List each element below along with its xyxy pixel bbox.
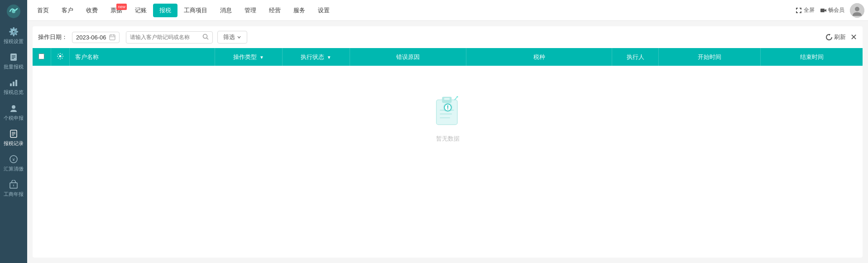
- toolbar-right: 刷新 ✕: [826, 33, 857, 41]
- empty-state-cell: 暂无数据: [33, 66, 863, 170]
- empty-text: 暂无数据: [436, 135, 460, 143]
- svg-rect-8: [15, 80, 17, 86]
- svg-rect-30: [444, 98, 450, 100]
- date-value: 2023-06-06: [76, 34, 106, 41]
- sidebar-item-label: 报税记录: [4, 141, 24, 146]
- nav-items: 首页 客户 收费 票据 new 记账 报税 工商项目 消息: [31, 0, 796, 21]
- search-icon: [202, 34, 209, 40]
- th-caozuo-leixing: 操作类型 ▼: [215, 48, 283, 66]
- th-kehu-mingcheng: 客户名称: [69, 48, 215, 66]
- svg-point-20: [855, 7, 859, 11]
- nav-item-gongshang-xiangmu[interactable]: 工商项目: [177, 0, 214, 21]
- filter-button[interactable]: 筛选: [217, 31, 247, 44]
- nav-item-piaoju[interactable]: 票据 new: [104, 0, 129, 21]
- main-area: 首页 客户 收费 票据 new 记账 报税 工商项目 消息: [27, 0, 868, 263]
- th-gear: [51, 48, 69, 66]
- calendar-icon: [109, 34, 115, 40]
- fullscreen-icon: [796, 7, 802, 14]
- svg-point-37: [447, 108, 448, 109]
- svg-rect-29: [442, 97, 451, 102]
- sort-icon: ▼: [259, 55, 264, 60]
- nav-item-kehu[interactable]: 客户: [55, 0, 80, 21]
- empty-illustration: [430, 93, 466, 129]
- svg-point-9: [12, 105, 15, 109]
- svg-point-1: [12, 10, 15, 13]
- toolbar: 操作日期： 2023-06-06: [33, 26, 863, 48]
- member-button[interactable]: 畅会员: [820, 6, 844, 14]
- sidebar-item-label: 报税设置: [4, 39, 24, 44]
- th-kaishi-shijian: 开始时间: [659, 48, 761, 66]
- svg-text:¥: ¥: [12, 157, 15, 162]
- svg-rect-6: [10, 83, 12, 86]
- th-jieshu-shijian: 结束时间: [761, 48, 863, 66]
- sidebar-item-baoshui-shezhi[interactable]: ⚙️ 报税设置: [0, 23, 27, 48]
- baoshui-shezhi-icon: ⚙️: [8, 26, 19, 37]
- refresh-button[interactable]: 刷新: [826, 33, 846, 41]
- sidebar-item-label: 报税总览: [4, 89, 24, 95]
- table-body: 暂无数据: [33, 66, 863, 170]
- select-all-checkbox[interactable]: [38, 54, 44, 59]
- app-logo: [0, 0, 27, 23]
- refresh-icon: [826, 34, 832, 40]
- video-icon: [820, 7, 826, 14]
- nav-item-baoshui[interactable]: 报税: [153, 4, 177, 17]
- sort-icon: ▼: [327, 55, 331, 60]
- top-navigation: 首页 客户 收费 票据 new 记账 报税 工商项目 消息: [27, 0, 868, 21]
- chevron-down-icon: [237, 35, 241, 39]
- nav-item-shoufei[interactable]: 收费: [80, 0, 104, 21]
- sidebar-item-gongshang-nianbao[interactable]: 工商年报: [0, 175, 27, 201]
- th-cuowu-yuanyin: 错误原因: [350, 48, 466, 66]
- sidebar-item-huisuan-jiaona[interactable]: ¥ 汇算清缴: [0, 150, 27, 175]
- close-button[interactable]: ✕: [850, 33, 857, 41]
- sidebar-item-baoshui-zonlan[interactable]: 报税总览: [0, 73, 27, 99]
- sidebar: ⚙️ 报税设置 批量报税 报税总览: [0, 0, 27, 263]
- page-content: 操作日期： 2023-06-06: [27, 21, 868, 263]
- svg-point-25: [203, 34, 207, 38]
- fullscreen-button[interactable]: 全屏: [796, 6, 815, 14]
- nav-item-xiaoxi[interactable]: 消息: [214, 0, 238, 21]
- topnav-right: 全屏 畅会员: [796, 3, 864, 18]
- avatar[interactable]: [850, 3, 864, 18]
- gongshang-nianbao-icon: [8, 179, 19, 190]
- data-table: 客户名称 操作类型 ▼ 执行状态 ▼ 错误原因: [33, 48, 863, 170]
- svg-rect-21: [110, 35, 115, 40]
- sidebar-item-label: 工商年报: [4, 191, 24, 197]
- data-table-container: 客户名称 操作类型 ▼ 执行状态 ▼ 错误原因: [33, 48, 863, 258]
- search-input[interactable]: [126, 32, 199, 42]
- geshui-shenbao-icon: [8, 103, 19, 114]
- nav-item-shezhi[interactable]: 设置: [312, 0, 336, 21]
- search-button[interactable]: [199, 32, 212, 43]
- baoshui-jilu-icon: [8, 128, 19, 139]
- sidebar-item-geshui-shenbao[interactable]: 个税申报: [0, 99, 27, 125]
- new-badge: new: [116, 4, 127, 10]
- empty-state-row: 暂无数据: [33, 66, 863, 170]
- sidebar-item-label: 汇算清缴: [4, 166, 24, 172]
- nav-item-jingying[interactable]: 经营: [263, 0, 287, 21]
- th-zhixing-zhuangtai: 执行状态 ▼: [283, 48, 350, 66]
- huisuan-jiaona-icon: ¥: [8, 154, 19, 165]
- avatar-icon: [850, 3, 864, 18]
- svg-point-39: [456, 96, 458, 97]
- sidebar-item-piliang-baoshui[interactable]: 批量报税: [0, 48, 27, 73]
- th-checkbox: [33, 48, 51, 66]
- search-box: [126, 31, 213, 44]
- nav-item-shouye[interactable]: 首页: [31, 0, 55, 21]
- date-label: 操作日期：: [38, 33, 67, 41]
- svg-rect-7: [13, 82, 14, 86]
- column-settings-icon[interactable]: [57, 53, 64, 60]
- baoshui-zonlan-icon: [8, 77, 19, 88]
- nav-item-guanli[interactable]: 管理: [238, 0, 263, 21]
- empty-state: 暂无数据: [33, 66, 863, 170]
- th-shuizhong: 税种: [466, 48, 612, 66]
- sidebar-item-baoshui-jilu[interactable]: 报税记录: [0, 125, 27, 150]
- nav-item-fuwu[interactable]: 服务: [287, 0, 312, 21]
- th-zhixingren: 执行人: [612, 48, 659, 66]
- date-picker[interactable]: 2023-06-06: [72, 32, 120, 43]
- sidebar-item-label: 个税申报: [4, 115, 24, 121]
- table-header-row: 客户名称 操作类型 ▼ 执行状态 ▼ 错误原因: [33, 48, 863, 66]
- svg-rect-18: [820, 9, 825, 12]
- svg-point-27: [59, 55, 61, 58]
- nav-item-jizhang[interactable]: 记账: [129, 0, 153, 21]
- sidebar-item-label: 批量报税: [4, 64, 24, 70]
- piliang-baoshui-icon: [8, 52, 19, 63]
